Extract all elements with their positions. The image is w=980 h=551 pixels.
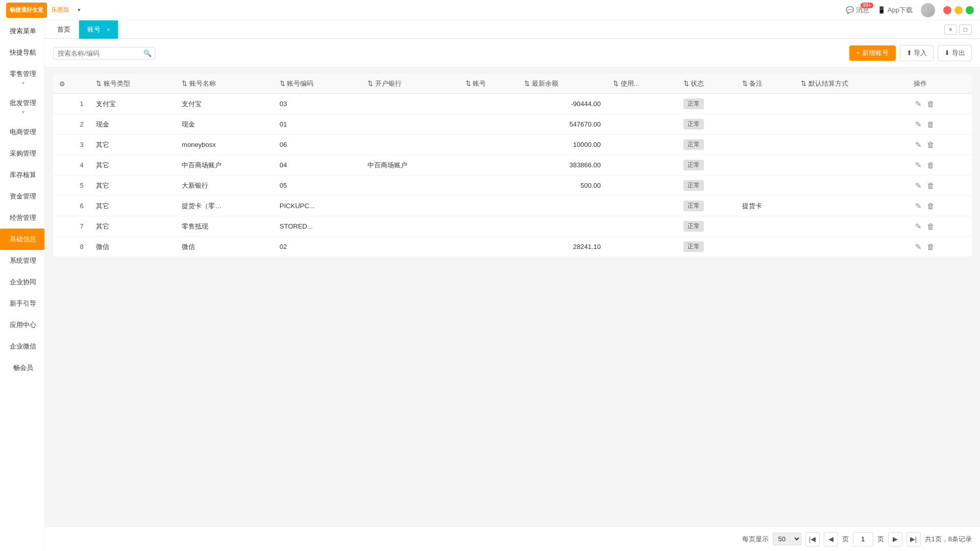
gear-icon: ⚙ [59,80,65,88]
row-balance: -90444.00 [520,94,609,114]
row-balance: 10000.00 [520,135,609,155]
row-status: 正常 [679,114,738,135]
row-index: 8 [71,237,92,257]
page-number-input[interactable] [853,532,873,546]
delete-button[interactable]: 🗑 [927,120,935,129]
sidebar-item-appcenter[interactable]: 应用中心 [0,314,44,336]
avatar[interactable] [921,3,935,17]
col-notes[interactable]: ⇅ 备注 [738,74,797,94]
delete-button[interactable]: 🗑 [927,181,935,190]
add-account-button[interactable]: + 新增账号 [849,45,896,61]
sidebar-item-sysmanage[interactable]: 系统管理 [0,250,44,271]
col-bank[interactable]: ⇅ 开户银行 [363,74,461,94]
sidebar-item-newguide[interactable]: 新手引导 [0,293,44,314]
row-status: 正常 [679,237,738,257]
row-checkbox-cell [53,94,71,114]
sidebar: 搜索菜单 快捷导航 零售管理 ▾ 批发管理 ▾ 电商管理 采购管理 库存核算 资… [0,20,45,551]
col-usage[interactable]: ⇅ 使用... [609,74,679,94]
tab-maximize-button[interactable]: □ [959,24,972,35]
delete-button[interactable]: 🗑 [927,161,935,169]
sidebar-item-search[interactable]: 搜索菜单 [0,20,44,42]
next-page-button[interactable]: ▶ [888,532,902,546]
export-button[interactable]: ⬇ 导出 [938,45,972,61]
edit-button[interactable]: ✎ [915,181,922,190]
sidebar-item-purchase[interactable]: 采购管理 [0,143,44,164]
page-content: 🔍 + 新增账号 ⬆ 导入 ⬇ 导出 ⚙ ⇅ 账号类型 [45,39,980,551]
content-area: 首页 账号 × × □ 🔍 [45,20,980,551]
row-checkbox-cell [53,114,71,135]
col-type[interactable]: ⇅ 账号类型 [92,74,178,94]
sidebar-item-inventory[interactable]: 库存核算 [0,164,44,186]
row-balance [520,196,609,216]
delete-button[interactable]: 🗑 [927,242,935,251]
window-close-button[interactable] [943,6,951,14]
edit-button[interactable]: ✎ [915,202,922,211]
sidebar-item-label: 快捷导航 [6,48,40,57]
import-button[interactable]: ⬆ 导入 [900,45,934,61]
edit-button[interactable]: ✎ [915,120,922,129]
page-label: 页 [842,535,849,544]
table-row: 7 其它 零售抵现 STORED... 正常 ✎ 🗑 [53,216,972,237]
first-page-button[interactable]: |◀ [805,532,820,546]
row-usage [609,94,679,114]
row-type: 支付宝 [92,94,178,114]
prev-page-button[interactable]: ◀ [824,532,838,546]
sidebar-item-finance[interactable]: 资金管理 [0,186,44,207]
window-minimize-button[interactable] [954,6,963,14]
sidebar-item-quicknav[interactable]: 快捷导航 [0,42,44,63]
row-bank [363,237,461,257]
col-balance[interactable]: ⇅ 最新余额 [520,74,609,94]
table-body: 1 支付宝 支付宝 03 -90444.00 正常 ✎ 🗑 2 现金 现金 01… [53,94,972,257]
delete-button[interactable]: 🗑 [927,140,935,149]
sidebar-item-retail[interactable]: 零售管理 ▾ [0,63,44,92]
message-button[interactable]: 💬 消息 99+ [846,6,869,15]
row-actions: ✎ 🗑 [910,135,972,155]
edit-button[interactable]: ✎ [915,99,922,109]
nav-dropdown[interactable]: ▾ [78,7,81,13]
last-page-button[interactable]: ▶| [906,532,921,546]
col-settlement[interactable]: ⇅ 默认结算方式 [797,74,910,94]
row-bank [363,176,461,196]
row-type: 其它 [92,155,178,176]
sidebar-item-basicinfo[interactable]: 基础信息 [0,229,44,250]
row-code: 06 [276,135,363,155]
row-index: 2 [71,114,92,135]
sidebar-item-ecommerce[interactable]: 电商管理 [0,121,44,143]
sidebar-item-enterprise-collab[interactable]: 企业协同 [0,271,44,293]
logo: 畅捷通好生意 [6,3,47,18]
col-name[interactable]: ⇅ 账号名称 [178,74,275,94]
row-account [461,196,520,216]
sidebar-item-label: 应用中心 [6,320,40,330]
row-usage [609,216,679,237]
edit-button[interactable]: ✎ [915,222,922,231]
edit-button[interactable]: ✎ [915,161,922,170]
row-account [461,176,520,196]
logo-text: 畅捷通好生意 [10,6,43,14]
delete-button[interactable]: 🗑 [927,99,935,108]
sidebar-item-enterprise-wechat[interactable]: 企业微信 [0,336,44,357]
sidebar-item-operations[interactable]: 经营管理 [0,207,44,229]
tab-account[interactable]: 账号 × [79,20,118,39]
col-status[interactable]: ⇅ 状态 [679,74,738,94]
per-page-label: 每页显示 [742,535,769,544]
delete-button[interactable]: 🗑 [927,222,935,231]
delete-button[interactable]: 🗑 [927,202,935,210]
col-code[interactable]: ⇅ 账号编码 [276,74,363,94]
edit-button[interactable]: ✎ [915,140,922,149]
col-settings[interactable]: ⚙ [53,74,71,94]
per-page-select[interactable]: 50 100 200 [773,533,801,545]
col-account[interactable]: ⇅ 账号 [461,74,520,94]
sidebar-item-wholesale[interactable]: 批发管理 ▾ [0,92,44,121]
window-maximize-button[interactable] [966,6,974,14]
tab-home[interactable]: 首页 [49,20,79,39]
search-input[interactable] [58,49,143,57]
search-box: 🔍 [53,47,155,60]
row-code: 05 [276,176,363,196]
edit-button[interactable]: ✎ [915,242,922,252]
tab-bar: 首页 账号 × × □ [45,20,980,39]
sidebar-item-member[interactable]: 畅会员 [0,357,44,379]
tab-minimize-button[interactable]: × [944,24,957,35]
app-download-button[interactable]: 📱 App下载 [877,6,913,15]
row-actions: ✎ 🗑 [910,114,972,135]
tab-close-icon[interactable]: × [107,27,110,33]
